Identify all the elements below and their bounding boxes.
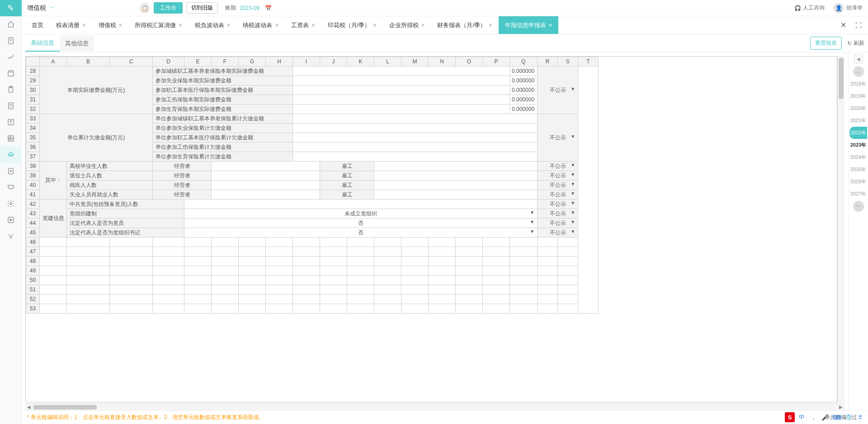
nav-doc-icon[interactable] [0,33,22,49]
cell[interactable] [293,152,538,162]
row-header[interactable]: 35 [26,133,40,143]
row-header[interactable]: 45 [26,228,40,238]
cell[interactable] [347,247,374,257]
tab-9[interactable]: 财务报表（月/季）× [431,16,498,34]
cell[interactable] [40,285,67,295]
cell[interactable] [483,295,510,304]
tab-close-icon[interactable]: × [489,22,492,29]
col-header[interactable]: C [110,57,153,67]
cell[interactable] [456,247,483,257]
cell[interactable] [374,247,401,257]
cell[interactable] [429,247,456,257]
row-header[interactable]: 34 [26,124,40,133]
row-header[interactable]: 41 [26,190,40,200]
year-item[interactable]: 2025年 [849,163,867,176]
cell[interactable] [320,295,347,304]
cell[interactable] [538,247,558,257]
cell[interactable]: 其中： [40,162,67,200]
fullscreen-icon[interactable]: ⛶ [853,22,864,29]
cell[interactable]: 0.000000 [510,67,538,76]
col-header[interactable]: F [212,57,239,67]
cell[interactable]: 经营者 [153,162,212,171]
cell[interactable] [239,238,266,247]
cell[interactable] [212,162,320,171]
nav-inbox-icon[interactable] [0,179,22,195]
nav-play-icon[interactable] [0,212,22,228]
cell[interactable] [239,295,266,304]
cell[interactable] [184,266,212,276]
cell[interactable] [456,238,483,247]
col-header[interactable]: G [239,57,266,67]
cell[interactable] [401,238,429,247]
cell[interactable] [293,238,320,247]
note-icon[interactable]: 📋 [139,3,150,14]
cell[interactable] [456,266,483,276]
nav-export-icon[interactable] [0,163,22,179]
cell[interactable] [401,276,429,285]
cell[interactable] [483,276,510,285]
tab-0[interactable]: 首页 [25,16,50,34]
cell[interactable] [456,285,483,295]
cell[interactable] [429,295,456,304]
cell[interactable] [266,238,293,247]
cell[interactable] [374,190,538,200]
cell[interactable] [429,276,456,285]
nav-home-icon[interactable] [0,16,22,33]
row-header[interactable]: 48 [26,257,40,266]
cell[interactable] [320,276,347,285]
cell[interactable] [510,295,538,304]
cell[interactable] [184,257,212,266]
tab-close-icon[interactable]: × [311,22,315,29]
col-header[interactable]: K [347,57,374,67]
cell[interactable] [266,304,293,314]
cell[interactable] [153,276,184,285]
tab-2[interactable]: 增值税× [92,16,129,34]
nav-chart-icon[interactable] [0,49,22,65]
tab-10[interactable]: 年报信息申报表× [499,16,559,34]
close-all-tabs-icon[interactable]: ✕ [838,21,849,29]
nav-clipboard-icon[interactable] [0,81,22,98]
year-item[interactable]: 2024年 [849,151,867,163]
cell[interactable]: 否▼ [184,219,538,228]
cell[interactable] [40,238,67,247]
cell[interactable] [239,257,266,266]
tab-8[interactable]: 企业所得税× [383,16,431,34]
cell[interactable] [374,285,401,295]
tab-close-icon[interactable]: × [227,22,231,29]
cell[interactable] [153,266,184,276]
ime-sogou-icon[interactable]: S [785,412,795,422]
cell[interactable] [184,247,212,257]
cell[interactable] [558,276,578,285]
row-header[interactable]: 30 [26,86,40,95]
row-header[interactable]: 53 [26,304,40,314]
nav-gear-icon[interactable] [0,195,22,212]
year-item[interactable]: 2023年 [849,139,867,151]
cell[interactable] [429,266,456,276]
cell[interactable] [184,238,212,247]
cell[interactable] [538,295,558,304]
scroll-right-icon[interactable]: ▶ [837,405,844,410]
cell[interactable]: 单位累计欠缴金额(万元) [40,114,153,162]
scroll-thumb-v[interactable] [839,58,844,99]
row-header[interactable]: 42 [26,200,40,209]
col-header[interactable]: J [320,57,347,67]
cell[interactable] [212,295,239,304]
cell[interactable]: 法定代表人是否为党员 [67,219,184,228]
cell[interactable] [558,304,578,314]
cell[interactable] [266,247,293,257]
col-header[interactable]: A [40,57,67,67]
ime-mic-icon[interactable]: 🎤 [820,412,830,422]
cell[interactable]: 雇工 [320,190,374,200]
tab-close-icon[interactable]: × [179,22,182,29]
cell[interactable] [374,257,401,266]
cell[interactable]: 高校毕业生人数 [67,162,153,171]
cell[interactable] [483,304,510,314]
col-header[interactable]: E [184,57,212,67]
year-item[interactable]: 2026年 [849,176,867,188]
ime-skin-icon[interactable]: 👕 [844,412,854,422]
cell[interactable] [110,285,153,295]
cell[interactable] [293,143,538,152]
cell[interactable] [293,76,510,86]
ime-keyboard-icon[interactable]: ⌨ [832,412,842,422]
cell[interactable] [401,295,429,304]
